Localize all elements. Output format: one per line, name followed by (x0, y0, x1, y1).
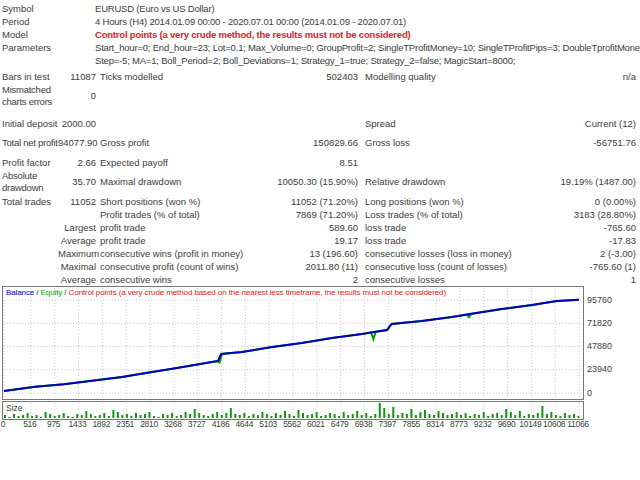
y-axis-label: 0 (587, 388, 592, 398)
stat-value: 2 (-3.00) (478, 247, 636, 260)
stat-value: 2011.80 (11) (238, 260, 358, 273)
report-field-value: 4 Hours (H4) 2014.01.09 00:00 - 2020.07.… (95, 15, 640, 28)
x-axis-labels: 0516975143318922351281032683727418646445… (0, 419, 640, 430)
x-axis-label: 4186 (212, 419, 230, 429)
stat-row: Absolute drawdown35.70Maximal drawdown10… (0, 169, 640, 195)
x-axis-label: 2351 (116, 419, 134, 429)
y-axis-label: 71820 (587, 318, 612, 328)
report-header-row: ParametersStart_hour=0; End_hour=23; Lot… (0, 41, 640, 67)
stat-label: Maximal drawdown (96, 176, 238, 188)
stat-value: Average (58, 273, 96, 286)
x-axis-label: 9690 (498, 419, 516, 429)
stat-label: profit trade (96, 234, 238, 247)
x-axis-label: 1433 (69, 419, 87, 429)
stat-row: Initial deposit2000.00SpreadCurrent (12) (0, 117, 640, 130)
report-header-row: Period4 Hours (H4) 2014.01.09 00:00 - 20… (0, 15, 640, 28)
stat-value: 502403 (238, 70, 358, 83)
y-axis-label: 95760 (587, 295, 612, 305)
report-field-label: Symbol (2, 2, 95, 15)
stat-value: 94077.90 (58, 137, 96, 149)
x-axis-label: 3727 (188, 419, 206, 429)
stat-value: n/a (478, 70, 636, 83)
x-axis-label: 9232 (474, 419, 492, 429)
stat-value: Average (58, 234, 96, 247)
x-axis-label: 5562 (283, 419, 301, 429)
stat-label: Long positions (won %) (358, 195, 478, 208)
report-header: SymbolEURUSD (Euro vs US Dollar)Period4 … (0, 0, 640, 67)
stat-value: 13 (196.60) (238, 247, 358, 260)
stat-value: 2 (238, 273, 358, 286)
x-axis-label: 6479 (331, 419, 349, 429)
x-axis-label: 516 (23, 419, 36, 429)
x-axis-label: 0 (1, 419, 5, 429)
stat-value: -765.60 (1) (478, 260, 636, 273)
stat-value: 150829.66 (238, 137, 358, 149)
stat-value: 8.51 (238, 156, 358, 169)
legend-equity: Equity (41, 288, 63, 297)
stat-value: 11087 (58, 70, 96, 83)
stat-value (478, 156, 636, 169)
graph-section: Balance / Equity / Control points (a ver… (0, 286, 640, 446)
stat-value: -56751.76 (478, 137, 636, 149)
stat-label (2, 273, 58, 286)
report-field-value: EURUSD (Euro vs US Dollar) (95, 2, 640, 15)
x-axis-label: 7855 (402, 419, 420, 429)
x-axis-label: 3268 (164, 419, 182, 429)
x-axis-label: 8314 (426, 419, 444, 429)
size-panel-label: Size (6, 403, 23, 413)
stat-row: Averageconsecutive wins2consecutive loss… (0, 273, 640, 286)
stat-label: consecutive wins (96, 273, 238, 286)
size-chart (2, 401, 584, 420)
stat-label: profit trade (96, 221, 238, 234)
stat-label (358, 156, 478, 169)
stat-value: Current (12) (478, 117, 636, 130)
x-axis-label: 4644 (235, 419, 253, 429)
stat-row: Profit trades (% of total)7869 (71.20%)L… (0, 208, 640, 221)
stat-row: Mismatched charts errors0 (0, 83, 640, 109)
x-axis-label: 2810 (140, 419, 158, 429)
legend-model-note: Control points (a very crude method base… (69, 288, 446, 297)
stat-value: 589.60 (238, 221, 358, 234)
stat-label: Initial deposit (2, 117, 58, 130)
x-axis-label: 6938 (355, 419, 373, 429)
stat-label: consecutive losses (358, 273, 478, 286)
stat-value: 0 (0.00%) (478, 195, 636, 208)
spacer (0, 109, 640, 117)
x-axis-label: 975 (47, 419, 60, 429)
stat-value: 7869 (71.20%) (238, 208, 358, 221)
x-axis-label: 10149 (519, 419, 541, 429)
report-field-value: Control points (a very crude method, the… (95, 28, 640, 41)
stat-value: 19.19% (1487.00) (478, 176, 636, 188)
stat-label: Gross loss (358, 137, 478, 149)
x-axis-label: 10608 (543, 419, 565, 429)
stat-label (2, 221, 58, 234)
stat-label (96, 117, 238, 130)
report-field-label: Period (2, 15, 95, 28)
stat-value: 35.70 (58, 176, 96, 188)
report-header-row: ModelControl points (a very crude method… (0, 28, 640, 41)
report-statistics: Bars in test11087Ticks modelled502403Mod… (0, 70, 640, 286)
x-axis-label: 8773 (450, 419, 468, 429)
stat-value: -17.83 (478, 234, 636, 247)
stat-label: Spread (358, 117, 478, 130)
stat-value: 3183 (28.80%) (478, 208, 636, 221)
stat-row: Total net profit94077.90Gross profit1508… (0, 130, 640, 156)
x-axis-label: 5103 (259, 419, 277, 429)
stat-value: 19.17 (238, 234, 358, 247)
x-axis-label: 6021 (307, 419, 325, 429)
x-axis-label: 7397 (378, 419, 396, 429)
stat-label: Modelling quality (358, 70, 478, 83)
stat-label: consecutive loss (count of losses) (358, 260, 478, 273)
stat-value: Largest (58, 221, 96, 234)
stat-value: 0 (58, 90, 96, 102)
stat-row: Total trades11052Short positions (won %)… (0, 195, 640, 208)
stat-row: Bars in test11087Ticks modelled502403Mod… (0, 70, 640, 83)
y-axis-label: 47880 (587, 341, 612, 351)
stat-label: Absolute drawdown (2, 170, 58, 194)
stat-label: Bars in test (2, 70, 58, 83)
stat-value: 2000.00 (58, 117, 96, 130)
stat-value: 11052 (71.20%) (238, 195, 358, 208)
stat-label: Mismatched charts errors (2, 84, 58, 108)
stat-value: Maximum (58, 247, 96, 260)
stat-label: Loss trades (% of total) (358, 208, 478, 221)
